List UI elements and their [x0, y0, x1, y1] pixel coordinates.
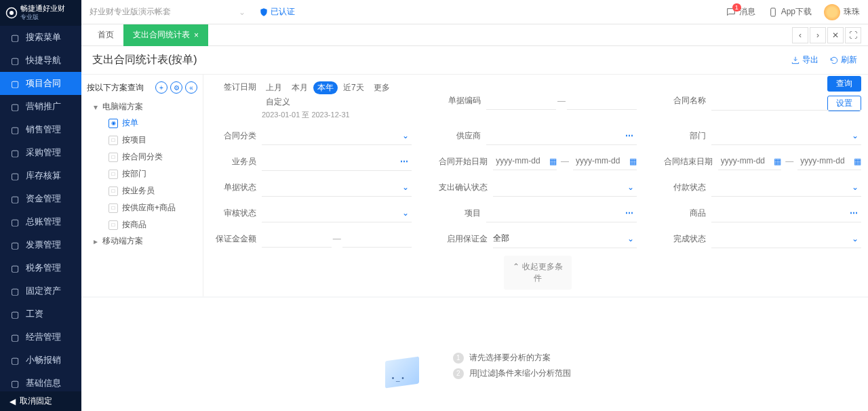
close-icon[interactable]: × [194, 31, 199, 40]
sign-date-tab[interactable]: 本年 [313, 81, 338, 94]
sign-date-tab[interactable]: 更多 [370, 81, 394, 94]
tree-leaf[interactable]: □按商品 [103, 216, 197, 233]
sidebar-item-label: 税务管理 [26, 262, 61, 274]
empty-illustration: • _ • [378, 338, 433, 393]
confirm-status-select[interactable]: ⌄ [493, 178, 636, 197]
tab-0[interactable]: 首页 [88, 24, 123, 46]
start-date-from[interactable]: ▦ [493, 153, 557, 170]
contract-class-select[interactable]: ⌄ [262, 126, 412, 145]
sidebar-item-12[interactable]: ▢工资 [0, 302, 81, 326]
tree-leaf[interactable]: ◉按单 [103, 115, 197, 132]
sign-date-tab[interactable]: 近7天 [339, 81, 368, 94]
tree-node[interactable]: ▾电脑端方案 [87, 99, 197, 115]
tree-node[interactable]: ▸移动端方案 [87, 233, 197, 249]
sidebar-item-3[interactable]: ▢营销推广 [0, 95, 81, 118]
sidebar-item-9[interactable]: ▢发票管理 [0, 233, 81, 256]
fullscreen-button[interactable]: ⛶ [845, 27, 861, 43]
scheme-icon: □ [108, 220, 118, 230]
tree-node-label: 移动端方案 [102, 235, 143, 247]
sidebar-item-2[interactable]: ▢项目合同 [0, 72, 81, 95]
chevron-down-icon: ⌄ [627, 182, 634, 192]
sidebar-menu: ▢搜索菜单▢快捷导航▢项目合同▢营销推广▢销售管理▢采购管理▢库存核算▢资金管理… [0, 26, 81, 411]
deposit-to[interactable] [342, 230, 412, 248]
project-picker[interactable]: ⋯ [486, 203, 636, 222]
end-date-to-input[interactable] [797, 153, 854, 170]
chevron-down-icon: ⌄ [852, 131, 859, 140]
sidebar-item-8[interactable]: ▢总账管理 [0, 210, 81, 233]
salesman-picker[interactable]: ⋯ [262, 152, 412, 171]
app-download-button[interactable]: App下载 [768, 6, 812, 18]
scheme-icon: ◉ [108, 119, 118, 128]
sidebar-item-6[interactable]: ▢库存核算 [0, 164, 81, 187]
account-name: 好业财专业版演示帐套 [90, 6, 171, 18]
sidebar-unpin-label: 取消固定 [20, 395, 52, 407]
scheme-icon: □ [108, 170, 118, 179]
account-selector[interactable]: 好业财专业版演示帐套 ⌄ [90, 6, 245, 18]
tree-leaf[interactable]: □按业务员 [103, 182, 197, 199]
dept-select[interactable]: ⌄ [711, 126, 861, 145]
sign-date-tab[interactable]: 上月 [262, 81, 286, 94]
enable-deposit-select[interactable]: 全部⌄ [493, 229, 636, 248]
scheme-icon: □ [108, 153, 118, 162]
bill-code-from[interactable] [486, 92, 556, 110]
sign-date-tab[interactable]: 本月 [288, 81, 312, 94]
collapse-panel-button[interactable]: « [185, 81, 197, 94]
enable-deposit-label: 启用保证金 [439, 233, 493, 245]
export-button[interactable]: 导出 [791, 54, 818, 66]
pin-icon: ◀ [9, 397, 16, 406]
message-badge: 1 [732, 3, 741, 12]
complete-status-label: 完成状态 [664, 233, 711, 245]
deposit-amt-label: 保证金金额 [214, 233, 262, 245]
sidebar-item-14[interactable]: ▢小畅报销 [0, 349, 81, 372]
start-date-from-input[interactable] [493, 153, 549, 170]
sidebar-item-13[interactable]: ▢经营管理 [0, 326, 81, 349]
sidebar-item-5[interactable]: ▢采购管理 [0, 141, 81, 164]
tab-close-button[interactable]: ✕ [827, 27, 844, 43]
bill-status-select[interactable]: ⌄ [262, 178, 412, 197]
chevron-down-icon: ⌄ [402, 208, 409, 218]
search-button[interactable]: 查询 [827, 76, 861, 92]
sidebar-item-4[interactable]: ▢销售管理 [0, 118, 81, 141]
tab-1[interactable]: 支出合同统计表× [123, 24, 208, 46]
start-date-to[interactable]: ▦ [573, 153, 637, 170]
tree-leaf[interactable]: □按供应商+商品 [103, 199, 197, 216]
bill-code-to[interactable] [567, 92, 637, 110]
sidebar-item-label: 发票管理 [26, 239, 61, 251]
tree-leaf[interactable]: □按项目 [103, 132, 197, 149]
pay-status-select[interactable]: ⌄ [711, 178, 861, 197]
tip-text: 用[过滤]条件来缩小分析范围 [469, 368, 572, 379]
sidebar-item-11[interactable]: ▢固定资产 [0, 279, 81, 302]
deposit-from[interactable] [262, 230, 332, 248]
scheme-settings-button[interactable]: ⚙ [170, 81, 182, 94]
tree-leaf[interactable]: □按合同分类 [103, 149, 197, 165]
collapse-conditions-button[interactable]: ⌃ 收起更多条件 [504, 256, 572, 290]
audit-status-label: 审核状态 [214, 208, 262, 219]
sidebar-item-0[interactable]: ▢搜索菜单 [0, 26, 81, 49]
empty-tip-row: 1请先选择要分析的方案 [453, 352, 572, 364]
sidebar-item-10[interactable]: ▢税务管理 [0, 256, 81, 279]
sidebar-unpin[interactable]: ◀ 取消固定 [0, 391, 81, 411]
start-date-to-input[interactable] [573, 153, 629, 170]
tree-leaf[interactable]: □按部门 [103, 165, 197, 182]
sign-date-tab[interactable]: 自定义 [262, 96, 294, 109]
user-menu[interactable]: 珠珠 [824, 4, 860, 20]
refresh-button[interactable]: 刷新 [829, 54, 857, 66]
sidebar-item-7[interactable]: ▢资金管理 [0, 187, 81, 210]
search-icon: ▢ [9, 32, 20, 43]
sidebar-item-1[interactable]: ▢快捷导航 [0, 49, 81, 72]
tab-prev-button[interactable]: ‹ [792, 27, 808, 43]
audit-status-select[interactable]: ⌄ [262, 203, 412, 222]
more-icon: ⋯ [625, 131, 634, 140]
svg-point-1 [9, 11, 14, 15]
svg-rect-2 [770, 8, 775, 16]
supplier-picker[interactable]: ⋯ [486, 126, 636, 145]
goods-picker[interactable]: ⋯ [711, 203, 861, 222]
messages-button[interactable]: 1 消息 [726, 6, 755, 18]
add-scheme-button[interactable]: + [155, 81, 167, 94]
contract-name-input[interactable] [711, 92, 861, 111]
end-date-to[interactable]: ▦ [797, 153, 861, 170]
end-date-from-input[interactable] [718, 153, 774, 170]
complete-status-select[interactable]: ⌄ [711, 229, 861, 248]
end-date-from[interactable]: ▦ [718, 153, 782, 170]
tab-next-button[interactable]: › [810, 27, 826, 43]
